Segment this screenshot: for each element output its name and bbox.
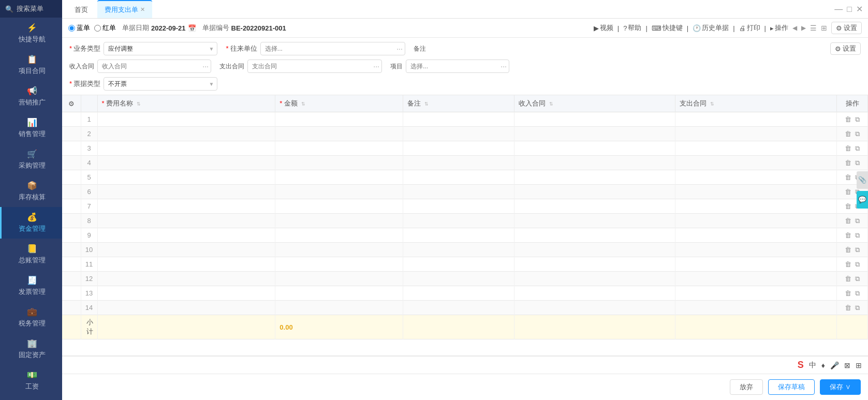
toolbar-action-shortcut[interactable]: ⌨ 快捷键 — [652, 23, 683, 33]
expense-contract-cell[interactable] — [675, 199, 837, 214]
income-contract-cell[interactable] — [514, 141, 675, 156]
amount-cell[interactable] — [275, 243, 403, 257]
remark-cell[interactable] — [403, 301, 514, 315]
expense-name-cell[interactable] — [97, 214, 275, 228]
row-delete-icon[interactable]: 🗑 — [845, 304, 851, 312]
remark-cell[interactable] — [403, 112, 514, 127]
amount-cell[interactable] — [275, 257, 403, 272]
row-delete-icon[interactable]: 🗑 — [845, 202, 851, 210]
partner-select[interactable]: ··· — [260, 42, 405, 55]
sidebar-item-invoice-mgmt[interactable]: 🧾 发票管理 — [0, 270, 62, 302]
expense-contract-input[interactable] — [248, 61, 371, 71]
remark-cell[interactable] — [403, 170, 514, 185]
logo-zhong-icon[interactable]: 中 — [809, 361, 816, 370]
row-copy-icon[interactable]: ⧉ — [855, 130, 860, 138]
dropdown-arrow-icon[interactable]: ▼ — [206, 46, 217, 52]
maximize-btn[interactable]: □ — [847, 5, 852, 14]
remark-cell[interactable] — [403, 141, 514, 156]
th-remark[interactable]: 备注 ⇅ — [403, 95, 514, 112]
th-expense-contract[interactable]: 支出合同 ⇅ — [675, 95, 837, 112]
income-contract-cell[interactable] — [514, 243, 675, 257]
expense-contract-cell[interactable] — [675, 112, 837, 127]
remark-cell[interactable] — [403, 272, 514, 286]
expense-contract-cell[interactable] — [675, 243, 837, 257]
expense-contract-cell[interactable] — [675, 214, 837, 228]
calendar-icon[interactable]: 📅 — [188, 24, 196, 32]
amount-cell[interactable] — [275, 301, 403, 315]
table-container[interactable]: ⚙ * 费用名称 ⇅ * 金额 ⇅ — [62, 95, 868, 356]
sidebar-search[interactable]: 🔍 搜索菜单 — [0, 0, 62, 18]
toolbar-action-help[interactable]: ? 帮助 — [623, 23, 641, 33]
sidebar-item-ledger-mgmt[interactable]: 📒 总账管理 — [0, 239, 62, 270]
expense-name-cell[interactable] — [97, 156, 275, 170]
row-delete-icon[interactable]: 🗑 — [845, 173, 851, 181]
sidebar-item-sales-mgmt[interactable]: 📊 销售管理 — [0, 112, 62, 144]
sidebar-item-tax-mgmt[interactable]: 💼 税务管理 — [0, 302, 62, 333]
remark-cell[interactable] — [403, 156, 514, 170]
sidebar-item-fund-mgmt[interactable]: 💰 资金管理 — [0, 207, 62, 239]
expense-name-cell[interactable] — [97, 141, 275, 156]
sidebar-item-marketing[interactable]: 📢 营销推广 — [0, 81, 62, 112]
th-amount[interactable]: * 金额 ⇅ — [275, 95, 403, 112]
expense-contract-cell[interactable] — [675, 286, 837, 301]
red-single-radio[interactable]: 红单 — [94, 23, 116, 33]
amount-cell[interactable] — [275, 112, 403, 127]
sort-expense-icon[interactable]: ⇅ — [710, 101, 714, 107]
row-delete-icon[interactable]: 🗑 — [845, 246, 851, 254]
table-settings-icon[interactable]: ⚙ — [68, 100, 75, 108]
logo-s-icon[interactable]: S — [798, 360, 804, 371]
toolbar-action-operate[interactable]: ▸ 操作 — [770, 23, 788, 33]
expense-name-cell[interactable] — [97, 286, 275, 301]
expense-contract-cell[interactable] — [675, 156, 837, 170]
amount-cell[interactable] — [275, 141, 403, 156]
row-copy-icon[interactable]: ⧉ — [855, 275, 860, 283]
sidebar-item-salary[interactable]: 💵 工资 — [0, 365, 62, 396]
expense-contract-cell[interactable] — [675, 170, 837, 185]
nav-prev-btn[interactable]: ◀ — [792, 24, 797, 32]
sort-expense-name-icon[interactable]: ⇅ — [137, 101, 141, 107]
row-copy-icon[interactable]: ⧉ — [855, 260, 860, 268]
sort-remark-icon[interactable]: ⇅ — [424, 101, 429, 107]
income-contract-cell[interactable] — [514, 286, 675, 301]
income-contract-cell[interactable] — [514, 112, 675, 127]
row-delete-icon[interactable]: 🗑 — [845, 159, 851, 167]
form-settings-button[interactable]: ⚙ 设置 — [830, 42, 861, 55]
income-contract-input[interactable] — [98, 61, 200, 71]
expense-contract-cell[interactable] — [675, 185, 837, 199]
remark-cell[interactable] — [403, 214, 514, 228]
sidebar-item-quick-nav[interactable]: ⚡ 快捷导航 — [0, 18, 62, 49]
save-draft-button[interactable]: 保存草稿 — [768, 379, 815, 395]
income-contract-cell[interactable] — [514, 228, 675, 243]
invoice-type-select[interactable]: ▼ — [104, 77, 217, 91]
row-copy-icon[interactable]: ⧉ — [855, 144, 860, 152]
discard-button[interactable]: 放弃 — [730, 379, 763, 395]
logo-diamond-icon[interactable]: ♦ — [821, 361, 825, 369]
business-type-select[interactable]: ▼ — [104, 42, 217, 55]
expense-name-cell[interactable] — [97, 301, 275, 315]
row-delete-icon[interactable]: 🗑 — [845, 144, 851, 152]
remark-cell[interactable] — [403, 257, 514, 272]
invoice-type-arrow-icon[interactable]: ▼ — [206, 81, 217, 87]
expense-name-cell[interactable] — [97, 170, 275, 185]
amount-cell[interactable] — [275, 127, 403, 141]
expense-name-cell[interactable] — [97, 127, 275, 141]
project-select[interactable]: ··· — [406, 60, 509, 73]
amount-cell[interactable] — [275, 228, 403, 243]
expense-name-cell[interactable] — [97, 257, 275, 272]
sidebar-item-fixed-assets[interactable]: 🏢 固定资产 — [0, 333, 62, 365]
expense-name-cell[interactable] — [97, 243, 275, 257]
income-contract-cell[interactable] — [514, 185, 675, 199]
amount-cell[interactable] — [275, 214, 403, 228]
row-copy-icon[interactable]: ⧉ — [855, 159, 860, 167]
tab-home[interactable]: 首页 — [67, 0, 95, 18]
row-delete-icon[interactable]: 🗑 — [845, 188, 851, 196]
amount-cell[interactable] — [275, 199, 403, 214]
th-expense-name[interactable]: * 费用名称 ⇅ — [97, 95, 275, 112]
income-contract-cell[interactable] — [514, 257, 675, 272]
expense-contract-cell[interactable] — [675, 272, 837, 286]
sidebar-item-purchase-mgmt[interactable]: 🛒 采购管理 — [0, 144, 62, 175]
expense-contract-cell[interactable] — [675, 228, 837, 243]
row-delete-icon[interactable]: 🗑 — [845, 130, 851, 138]
expense-contract-cell[interactable] — [675, 257, 837, 272]
remark-cell[interactable] — [403, 199, 514, 214]
